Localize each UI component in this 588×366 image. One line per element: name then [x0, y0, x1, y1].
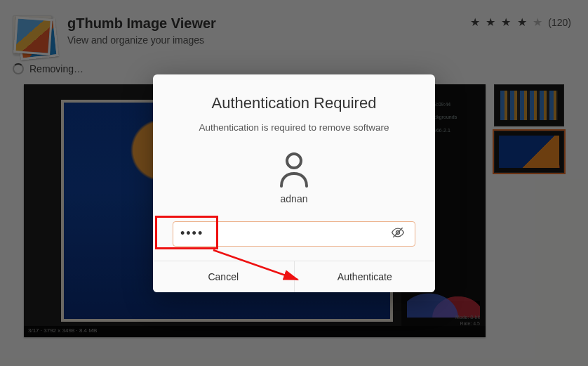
password-field-wrapper: [173, 221, 415, 247]
software-app-page: gThumb Image Viewer View and organize yo…: [0, 0, 588, 366]
reveal-password-button[interactable]: [388, 223, 408, 244]
dialog-subtitle: Authentication is required to remove sof…: [173, 122, 415, 133]
user-icon: [277, 151, 311, 188]
username-label: adnan: [173, 193, 415, 204]
password-input[interactable]: [180, 226, 388, 241]
auth-dialog: Authentication Required Authentication i…: [153, 74, 435, 292]
authenticate-button[interactable]: Authenticate: [294, 261, 436, 292]
eye-off-icon: [391, 226, 405, 240]
dialog-title: Authentication Required: [173, 94, 415, 112]
dialog-actions: Cancel Authenticate: [153, 261, 435, 292]
cancel-button[interactable]: Cancel: [153, 261, 294, 292]
svg-point-0: [287, 154, 301, 168]
